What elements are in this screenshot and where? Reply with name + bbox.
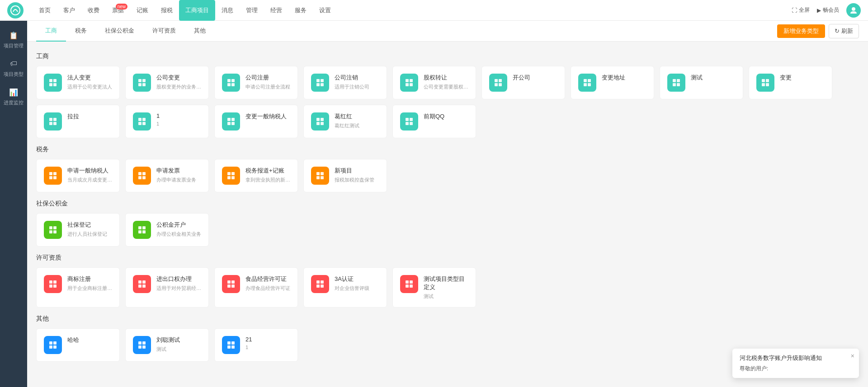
- card-title: 1: [156, 112, 201, 119]
- user-avatar[interactable]: [846, 3, 861, 18]
- card-公司注册[interactable]: 公司注册申请公司注册全流程: [214, 66, 298, 99]
- card-刘聪测试[interactable]: 刘聪测试测试: [125, 328, 209, 362]
- nav-item-消息[interactable]: 消息: [215, 0, 240, 21]
- card-公司注销[interactable]: 公司注销适用于注销公司: [303, 66, 387, 99]
- card-变更一般纳税人[interactable]: 变更一般纳税人: [214, 105, 298, 138]
- card-desc: 葛红红测试: [335, 122, 379, 129]
- sidebar-item-项目管理[interactable]: 📋项目管理: [0, 25, 27, 54]
- card-开公司[interactable]: 开公司: [481, 66, 565, 99]
- card-变更地址[interactable]: 变更地址: [571, 66, 654, 99]
- svg-point-1: [852, 7, 855, 11]
- nav-item-报税[interactable]: 报税: [155, 0, 179, 21]
- svg-rect-24: [495, 83, 498, 86]
- svg-rect-98: [406, 280, 409, 284]
- card-info: 食品经营许可证办理食品经营许可证: [245, 275, 290, 292]
- card-icon: [578, 74, 596, 92]
- card-desc: 测试: [424, 293, 468, 300]
- svg-rect-55: [410, 118, 413, 121]
- card-info: 11: [156, 112, 201, 126]
- card-21[interactable]: 211: [214, 328, 298, 362]
- card-商标注册[interactable]: 商标注册用于企业商标注册服务: [36, 267, 120, 308]
- section-title-许可资质: 许可资质: [36, 254, 859, 262]
- sub-tab-其他[interactable]: 其他: [185, 21, 215, 42]
- card-公司变更[interactable]: 公司变更股权变更外的业务变更: [125, 66, 209, 99]
- nav-item-记账[interactable]: 记账: [130, 0, 155, 21]
- svg-rect-57: [410, 122, 413, 125]
- card-icon: [222, 167, 240, 185]
- sidebar: 📋项目管理🏷项目类型📊进度监控: [0, 21, 27, 387]
- sidebar-item-项目类型[interactable]: 🏷项目类型: [0, 54, 27, 82]
- svg-rect-91: [231, 280, 235, 284]
- card-desc: 当月或次月成变更完成: [67, 177, 112, 183]
- card-desc: 适用于对外贸易经营者: [156, 285, 201, 292]
- sub-tab-社保公积金[interactable]: 社保公积金: [96, 21, 143, 42]
- card-公积金开户[interactable]: 公积金开户办理公积金相关业务: [125, 213, 209, 247]
- svg-point-0: [11, 6, 20, 15]
- card-进出口权办理[interactable]: 进出口权办理适用于对外贸易经营者: [125, 267, 209, 308]
- card-info: 211: [245, 336, 290, 350]
- card-食品经营许可证[interactable]: 食品经营许可证办理食品经营许可证: [214, 267, 298, 308]
- card-葛红红[interactable]: 葛红红葛红红测试: [303, 105, 387, 138]
- card-哈哈[interactable]: 哈哈: [36, 328, 120, 362]
- card-税务报道+记账[interactable]: 税务报道+记账拿到营业执照的新公司: [214, 159, 298, 192]
- svg-rect-20: [406, 83, 409, 86]
- svg-rect-112: [227, 345, 231, 349]
- card-社保登记[interactable]: 社保登记进行人员社保登记: [36, 213, 120, 247]
- svg-rect-54: [406, 118, 409, 121]
- svg-rect-59: [53, 172, 57, 175]
- svg-rect-65: [142, 176, 146, 179]
- section-title-税务: 税务: [36, 145, 859, 154]
- sub-tab-税务[interactable]: 税务: [66, 21, 96, 42]
- card-desc: 1: [156, 121, 201, 126]
- svg-rect-28: [584, 83, 587, 86]
- nav-item-票据[interactable]: 票据new: [106, 0, 130, 21]
- svg-rect-50: [316, 118, 320, 121]
- nav-item-客户[interactable]: 客户: [57, 0, 81, 21]
- nav-item-首页[interactable]: 首页: [33, 0, 57, 21]
- nav-item-管理[interactable]: 管理: [240, 0, 264, 21]
- sub-tab-许可资质[interactable]: 许可资质: [143, 21, 185, 42]
- svg-rect-9: [142, 83, 146, 86]
- new-type-button[interactable]: 新增业务类型: [777, 24, 825, 38]
- cards-grid-税务: 申请一般纳税人当月或次月成变更完成 申请发票办理申请发票业务 税务报道+记账拿到…: [36, 159, 859, 192]
- card-股权转让[interactable]: 股权转让公司变更需要股权转让: [392, 66, 476, 99]
- nav-item-收费[interactable]: 收费: [81, 0, 106, 21]
- card-title: 新项目: [335, 167, 379, 175]
- nav-item-服务[interactable]: 服务: [288, 0, 313, 21]
- card-新项目[interactable]: 新项目报税加税控盘保管: [303, 159, 387, 192]
- card-info: 税务报道+记账拿到营业执照的新公司: [245, 167, 290, 183]
- sidebar-item-label: 进度监控: [4, 99, 24, 106]
- svg-rect-62: [138, 172, 142, 175]
- card-title: 变更地址: [602, 74, 646, 82]
- sidebar-item-进度监控[interactable]: 📊进度监控: [0, 82, 27, 111]
- nav-item-经营[interactable]: 经营: [264, 0, 288, 21]
- card-icon: [400, 112, 418, 131]
- card-变更[interactable]: 变更: [749, 66, 832, 99]
- card-desc: 拿到营业执照的新公司: [245, 177, 290, 183]
- card-3A认证[interactable]: 3A认证对企业信誉评级: [303, 267, 387, 308]
- svg-rect-71: [321, 172, 324, 175]
- card-拉拉[interactable]: 拉拉: [36, 105, 120, 138]
- svg-rect-30: [673, 79, 676, 82]
- svg-rect-61: [53, 176, 57, 179]
- svg-rect-97: [321, 284, 324, 288]
- card-title: 21: [245, 336, 290, 343]
- nav-item-设置[interactable]: 设置: [313, 0, 337, 21]
- card-测试项目类型目定义[interactable]: 测试项目类型目定义测试: [392, 267, 476, 308]
- card-前期QQ[interactable]: 前期QQ: [392, 105, 476, 138]
- refresh-button[interactable]: ↻ 刷新: [829, 24, 859, 38]
- nav-item-工商项目[interactable]: 工商项目: [179, 0, 215, 21]
- notification-close-button[interactable]: ×: [851, 352, 854, 359]
- card-申请一般纳税人[interactable]: 申请一般纳税人当月或次月成变更完成: [36, 159, 120, 192]
- sub-tab-工商[interactable]: 工商: [36, 21, 66, 42]
- card-测试[interactable]: 测试: [660, 66, 743, 99]
- fullscreen-button[interactable]: ⛶ 全屏: [792, 6, 810, 14]
- card-info: 前期QQ: [424, 112, 468, 122]
- card-icon: [133, 275, 151, 293]
- member-button[interactable]: ▶ 畅会员: [817, 6, 839, 14]
- card-申请发票[interactable]: 申请发票办理申请发票业务: [125, 159, 209, 192]
- card-desc: 办理申请发票业务: [156, 177, 201, 183]
- card-法人变更[interactable]: 法人变更适用于公司变更法人: [36, 66, 120, 99]
- card-1[interactable]: 11: [125, 105, 209, 138]
- svg-rect-102: [49, 341, 52, 345]
